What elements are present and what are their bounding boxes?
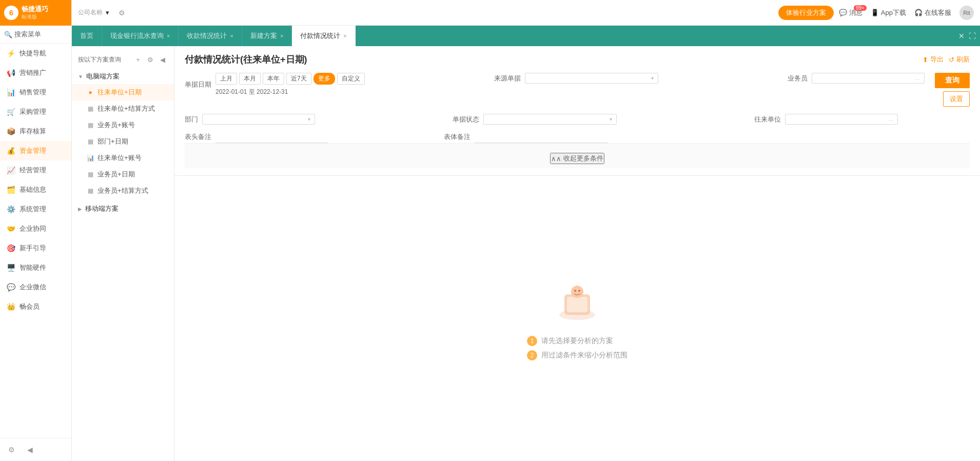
settings-button[interactable]: ⚙ <box>4 443 18 457</box>
close-all-tabs-button[interactable]: ✕ <box>958 32 965 40</box>
add-scheme-button[interactable]: + <box>133 54 143 65</box>
refresh-button[interactable]: ↺ 刷新 <box>949 55 970 64</box>
basic-icon: 🗂️ <box>6 185 15 194</box>
scheme-item-contact-payment[interactable]: ▦往来单位+结算方式 <box>72 101 174 117</box>
date-btn-更多[interactable]: 更多 <box>313 73 335 85</box>
tab-cashflow[interactable]: 现金银行流水查询× <box>102 26 179 46</box>
scheme-group-desktop: ▼电脑端方案●往来单位+日期▦往来单位+结算方式▦业务员+账号▦部门+日期📊往来… <box>72 69 174 199</box>
app-download-button[interactable]: 📱 App下载 <box>871 8 906 17</box>
date-btn-本年[interactable]: 本年 <box>263 73 284 85</box>
filter-area: 付款情况统计(往来单位+日期) ⬆ 导出 ↺ 刷新 <box>174 46 980 176</box>
tab-receipt-stats[interactable]: 收款情况统计× <box>179 26 242 46</box>
sidebar-item-purchase[interactable]: 🛒采购管理 <box>0 102 71 122</box>
body-note-input[interactable] <box>475 131 608 143</box>
scheme-item-sales-account[interactable]: ▦业务员+账号 <box>72 117 174 133</box>
source-select[interactable]: ▾ <box>525 73 658 84</box>
scheme-group-title-mobile[interactable]: ▶移动端方案 <box>72 201 174 216</box>
scheme-settings-button[interactable]: ⚙ <box>145 54 155 65</box>
collapse-sidebar-button[interactable]: ◀ <box>23 443 37 457</box>
tab-home[interactable]: 首页 <box>72 26 102 46</box>
scheme-item-contact-account[interactable]: 📊往来单位+账号 <box>72 150 174 166</box>
message-button[interactable]: 💬 消息 99+ <box>839 8 863 17</box>
tab-payment-stats[interactable]: 付款情况统计× <box>292 26 355 46</box>
inventory-icon: 📦 <box>6 127 15 136</box>
hardware-icon: 🖥️ <box>6 263 15 272</box>
dept-select[interactable]: ▾ <box>202 114 315 125</box>
sidebar-item-finance[interactable]: 💰资金管理 <box>0 141 71 161</box>
message-icon: 💬 <box>839 9 847 16</box>
online-service-button[interactable]: 🎧 在线客服 <box>914 8 951 17</box>
sidebar-item-label: 畅会员 <box>19 302 40 311</box>
sidebar-item-wechat[interactable]: 💬企业微信 <box>0 277 71 297</box>
topbar-settings-button[interactable]: ⚙ <box>114 6 129 20</box>
trial-button[interactable]: 体验行业方案 <box>778 6 834 20</box>
sidebar-item-label: 新手引导 <box>19 244 46 253</box>
tab-close-icon[interactable]: × <box>343 33 346 39</box>
sidebar-item-label: 销售管理 <box>19 88 46 97</box>
sidebar-search[interactable]: 🔍 搜索菜单 <box>0 26 71 44</box>
company-selector[interactable]: 公司名称 ▾ <box>78 8 109 17</box>
sidebar-item-member[interactable]: 👑畅会员 <box>0 297 71 316</box>
empty-state: 1 请先选择要分析的方案 2 用过滤条件来缩小分析范围 <box>174 176 980 461</box>
scheme-item-contact-date[interactable]: ●往来单位+日期 <box>72 84 174 101</box>
scheme-item-icon: ▦ <box>86 121 94 129</box>
sidebar-nav: ⚡快捷导航📢营销推广📊销售管理🛒采购管理📦库存核算💰资金管理📈经营管理🗂️基础信… <box>0 44 71 438</box>
scheme-item-icon: ▦ <box>86 105 94 113</box>
date-btn-上月[interactable]: 上月 <box>215 73 237 85</box>
tab-label: 现金银行流水查询 <box>110 31 164 41</box>
sidebar-item-hardware[interactable]: 🖥️智能硬件 <box>0 258 71 277</box>
finance-icon: 💰 <box>6 146 15 155</box>
scheme-item-sales-date[interactable]: ▦业务员+日期 <box>72 166 174 183</box>
user-avatar[interactable]: Rit <box>959 6 974 20</box>
header-note-input[interactable] <box>215 131 328 143</box>
collapse-filter-button[interactable]: ∧∧ 收起更多条件 <box>550 153 604 164</box>
contact-select[interactable]: … <box>785 114 898 125</box>
header-note-label: 表头备注 <box>185 132 211 142</box>
header-note-field: 表头备注 <box>185 131 328 143</box>
svg-rect-2 <box>567 297 587 312</box>
export-button[interactable]: ⬆ 导出 <box>923 55 944 64</box>
salesman-select[interactable]: … <box>812 73 925 84</box>
refresh-icon: ↺ <box>949 56 954 64</box>
system-icon: ⚙️ <box>6 205 15 214</box>
enterprise-icon: 🤝 <box>6 224 15 233</box>
sidebar-item-marketing[interactable]: 📢营销推广 <box>0 63 71 83</box>
scheme-item-label: 业务员+结算方式 <box>97 186 148 195</box>
sidebar-item-basic[interactable]: 🗂️基础信息 <box>0 180 71 199</box>
column-setting-button[interactable]: 设置 <box>943 91 970 107</box>
sidebar-item-sales[interactable]: 📊销售管理 <box>0 83 71 102</box>
date-btn-本月[interactable]: 本月 <box>239 73 261 85</box>
tab-close-icon[interactable]: × <box>167 33 170 39</box>
group-label: 移动端方案 <box>85 204 119 213</box>
page-header-actions: ⬆ 导出 ↺ 刷新 <box>923 55 970 64</box>
tab-close-icon[interactable]: × <box>230 33 233 39</box>
dropdown-arrow-icon: ▾ <box>106 9 109 16</box>
scheme-group-title-desktop[interactable]: ▼电脑端方案 <box>72 69 174 84</box>
doc-status-select[interactable]: ▾ <box>483 114 617 125</box>
tab-new-scheme[interactable]: 新建方案× <box>242 26 292 46</box>
date-btn-自定义[interactable]: 自定义 <box>337 73 365 85</box>
collapse-panel-button[interactable]: ◀ <box>158 54 168 65</box>
topbar-actions: 💬 消息 99+ 📱 App下载 🎧 在线客服 Rit <box>839 6 974 20</box>
doc-status-label: 单据状态 <box>453 115 479 124</box>
scheme-item-dept-date[interactable]: ▦部门+日期 <box>72 133 174 150</box>
tip-2-text: 用过滤条件来缩小分析范围 <box>541 351 628 360</box>
scheme-item-sales-payment[interactable]: ▦业务员+结算方式 <box>72 183 174 199</box>
filter-actions: 查询 设置 <box>935 73 970 107</box>
sidebar-item-inventory[interactable]: 📦库存核算 <box>0 122 71 141</box>
date-btn-近7天[interactable]: 近7天 <box>286 73 311 85</box>
sidebar-item-operation[interactable]: 📈经营管理 <box>0 161 71 180</box>
sidebar-item-quick-nav[interactable]: ⚡快捷导航 <box>0 44 71 63</box>
empty-tips: 1 请先选择要分析的方案 2 用过滤条件来缩小分析范围 <box>527 336 628 360</box>
sidebar-header: 6 畅捷通巧 标准版 <box>0 0 71 26</box>
sidebar-item-enterprise[interactable]: 🤝企业协同 <box>0 219 71 238</box>
sidebar-item-guide[interactable]: 🎯新手引导 <box>0 238 71 258</box>
tab-close-icon[interactable]: × <box>280 33 283 39</box>
maximize-button[interactable]: ⛶ <box>969 32 976 40</box>
query-button[interactable]: 查询 <box>935 73 970 88</box>
sidebar-item-label: 快捷导航 <box>19 49 46 58</box>
sidebar-item-system[interactable]: ⚙️系统管理 <box>0 199 71 219</box>
scheme-panel-header: 按以下方案查询 + ⚙ ◀ <box>72 51 174 69</box>
sidebar-item-label: 智能硬件 <box>19 263 46 272</box>
source-field: 来源单据 ▾ <box>494 73 658 84</box>
